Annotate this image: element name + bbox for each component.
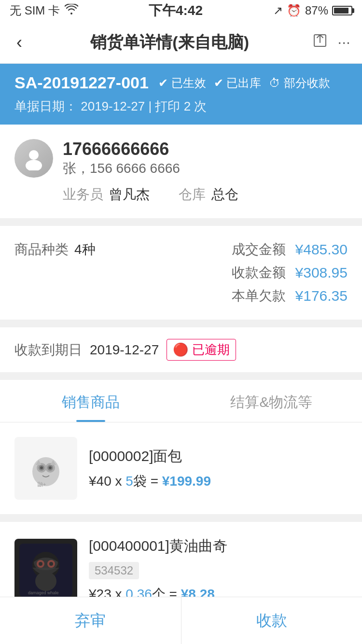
customer-section: 17666666666 张，156 6666 6666 业务员 曾凡杰 仓库 总… xyxy=(0,125,362,218)
svg-text:damaged whale: damaged whale xyxy=(28,590,59,595)
customer-details-row: 业务员 曾凡杰 仓库 总仓 xyxy=(14,185,348,204)
stats-left: 商品种类 4种 xyxy=(14,240,96,259)
collect-payment-button[interactable]: 收款 xyxy=(181,597,362,644)
status-badge-effected: ✔ 已生效 xyxy=(158,75,206,91)
svg-point-8 xyxy=(40,466,43,469)
location-icon: ↗ xyxy=(273,4,283,17)
stats-section: 商品种类 4种 成交金额 ¥485.30 收款金额 ¥308.95 本单欠款 ¥… xyxy=(0,226,362,320)
overdue-icon: 🔴 xyxy=(173,342,188,357)
bottom-bar: 弃审 收款 xyxy=(0,597,362,644)
status-badge-shipped: ✔ 已出库 xyxy=(214,75,262,91)
order-meta: 单据日期： 2019-12-27 | 打印 2 次 xyxy=(14,98,348,115)
due-date-value: 2019-12-27 xyxy=(90,342,159,358)
customer-top: 17666666666 张，156 6666 6666 xyxy=(14,139,348,178)
due-date-section: 收款到期日 2019-12-27 🔴 已逾期 xyxy=(0,327,362,372)
due-date-label: 收款到期日 xyxy=(14,341,82,359)
wifi-icon xyxy=(65,4,78,17)
page-title: 销货单详情(来自电脑) xyxy=(90,31,249,54)
nav-bar: ‹ 销货单详情(来自电脑) ··· xyxy=(0,21,362,64)
back-button[interactable]: ‹ xyxy=(12,28,27,57)
debt-label: 本单欠款 xyxy=(232,287,286,305)
product-card-bread: 鼬+ [0000002]面包 ¥40 x 5袋 = ¥199.99 xyxy=(0,422,362,514)
amount-row: 成交金额 ¥485.30 xyxy=(232,240,348,259)
status-right: ↗ ⏰ 87% xyxy=(273,4,352,17)
order-meta-print: | 打印 2 次 xyxy=(148,99,207,113)
avatar xyxy=(14,139,53,178)
customer-account-id: 17666666666 xyxy=(63,139,180,159)
order-header: SA-20191227-001 ✔ 已生效 ✔ 已出库 ⏱ 部分收款 单据日期：… xyxy=(0,64,362,125)
tab-settlement[interactable]: 结算&物流等 xyxy=(181,380,362,422)
products-section: 鼬+ [0000002]面包 ¥40 x 5袋 = ¥199.99 xyxy=(0,422,362,618)
alarm-icon: ⏰ xyxy=(287,4,301,17)
warehouse-value: 总仓 xyxy=(211,185,238,204)
svg-point-9 xyxy=(49,466,52,469)
overdue-text: 已逾期 xyxy=(192,341,230,358)
nav-actions: ··· xyxy=(312,33,350,52)
order-id: SA-20191227-001 xyxy=(14,73,149,92)
types-label: 商品种类 xyxy=(14,240,69,259)
battery-text: 87% xyxy=(305,4,328,17)
debt-value: ¥176.35 xyxy=(295,288,348,304)
product-image-cookie: damaged whale xyxy=(14,539,77,602)
battery-icon xyxy=(332,6,352,15)
received-value: ¥308.95 xyxy=(295,265,348,281)
product-name-cookie: [000400001]黄油曲奇 xyxy=(89,536,348,556)
tab-sales-products[interactable]: 销售商品 xyxy=(0,380,181,422)
debt-row: 本单欠款 ¥176.35 xyxy=(232,287,348,305)
product-types: 商品种类 4种 xyxy=(14,240,96,259)
status-badge-partial: ⏱ 部分收款 xyxy=(269,75,330,91)
order-meta-label: 单据日期： xyxy=(14,99,77,113)
warehouse-label: 仓库 xyxy=(179,185,206,204)
customer-info: 17666666666 张，156 6666 6666 xyxy=(63,139,180,178)
carrier-text: 无 SIM 卡 xyxy=(10,3,60,18)
amount-label: 成交金额 xyxy=(232,240,286,259)
share-icon[interactable] xyxy=(312,33,328,52)
svg-text:鼬+: 鼬+ xyxy=(38,481,46,487)
overdue-badge: 🔴 已逾期 xyxy=(167,339,236,361)
tabs-bar: 销售商品 结算&物流等 xyxy=(0,380,362,422)
status-left: 无 SIM 卡 xyxy=(10,3,78,18)
product-sku-cookie: 534532 xyxy=(89,562,348,579)
sales-value: 曾凡杰 xyxy=(109,185,150,204)
more-icon[interactable]: ··· xyxy=(337,33,350,51)
stats-right: 成交金额 ¥485.30 收款金额 ¥308.95 本单欠款 ¥176.35 xyxy=(232,240,348,305)
product-info-cookie: [000400001]黄油曲奇 534532 ¥23 x 0.36个 = ¥8.… xyxy=(89,536,348,603)
status-bar: 无 SIM 卡 下午4:42 ↗ ⏰ 87% xyxy=(0,0,362,21)
status-time: 下午4:42 xyxy=(149,1,203,20)
amount-value: ¥485.30 xyxy=(295,241,348,258)
customer-name-phone: 张，156 6666 6666 xyxy=(63,159,180,178)
warehouse-info: 仓库 总仓 xyxy=(179,185,238,204)
stats-row: 商品种类 4种 成交金额 ¥485.30 收款金额 ¥308.95 本单欠款 ¥… xyxy=(14,240,348,305)
status-badges: ✔ 已生效 ✔ 已出库 ⏱ 部分收款 xyxy=(158,75,330,91)
sales-label: 业务员 xyxy=(63,185,103,204)
received-label: 收款金额 xyxy=(232,264,286,282)
order-meta-date: 2019-12-27 xyxy=(81,99,145,113)
svg-point-17 xyxy=(35,572,56,591)
received-row: 收款金额 ¥308.95 xyxy=(232,264,348,282)
svg-point-2 xyxy=(26,160,42,170)
types-value: 4种 xyxy=(74,240,96,259)
cancel-audit-button[interactable]: 弃审 xyxy=(0,597,181,644)
product-price-bread: ¥40 x 5袋 = ¥199.99 xyxy=(89,472,348,490)
sales-info: 业务员 曾凡杰 xyxy=(63,185,150,204)
product-image-bread: 鼬+ xyxy=(14,437,77,500)
product-name-bread: [0000002]面包 xyxy=(89,447,348,466)
product-info-bread: [0000002]面包 ¥40 x 5袋 = ¥199.99 xyxy=(89,447,348,490)
svg-point-1 xyxy=(29,150,39,160)
